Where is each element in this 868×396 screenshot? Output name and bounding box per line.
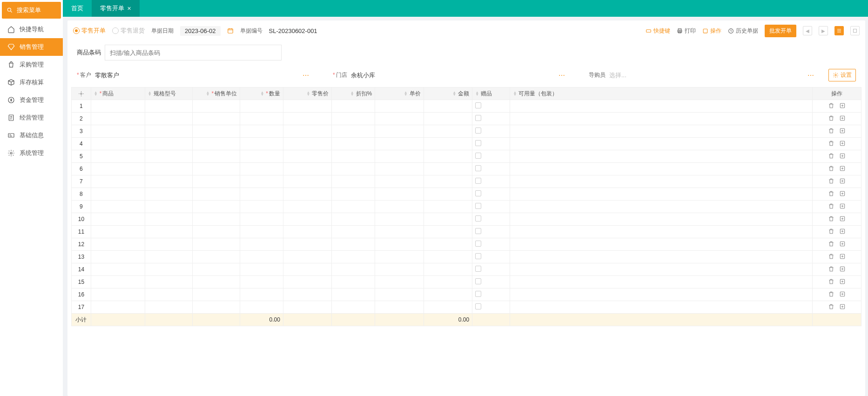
delete-icon[interactable] bbox=[828, 153, 834, 159]
add-icon[interactable] bbox=[839, 203, 846, 209]
table-row[interactable]: 12 bbox=[72, 238, 861, 251]
gift-checkbox[interactable] bbox=[475, 165, 481, 171]
add-icon[interactable] bbox=[839, 190, 846, 197]
table-row[interactable]: 15 bbox=[72, 276, 861, 289]
delete-icon[interactable] bbox=[828, 140, 834, 147]
table-row[interactable]: 17 bbox=[72, 301, 861, 314]
col-gift[interactable]: ▲▼赠品 bbox=[472, 87, 510, 100]
date-value[interactable]: 2023-06-02 bbox=[180, 26, 221, 36]
gift-checkbox[interactable] bbox=[475, 266, 481, 272]
delete-icon[interactable] bbox=[828, 190, 834, 197]
gift-checkbox[interactable] bbox=[475, 291, 481, 297]
delete-icon[interactable] bbox=[828, 102, 834, 109]
table-row[interactable]: 8 bbox=[72, 188, 861, 201]
operate-button[interactable]: 操作 bbox=[702, 27, 721, 35]
gift-checkbox[interactable] bbox=[475, 278, 481, 284]
gift-checkbox[interactable] bbox=[475, 241, 481, 247]
table-row[interactable]: 13 bbox=[72, 251, 861, 263]
add-icon[interactable] bbox=[839, 278, 846, 285]
gift-checkbox[interactable] bbox=[475, 128, 481, 134]
sidebar-item-1[interactable]: 销售管理 bbox=[0, 38, 63, 56]
delete-icon[interactable] bbox=[828, 241, 834, 247]
close-icon[interactable]: ✕ bbox=[127, 6, 131, 12]
delete-icon[interactable] bbox=[828, 178, 834, 184]
add-icon[interactable] bbox=[839, 140, 846, 147]
col-spec[interactable]: ▲▼规格型号 bbox=[145, 87, 192, 100]
add-icon[interactable] bbox=[839, 228, 846, 235]
col-avail[interactable]: ▲▼可用量（包装） bbox=[510, 87, 813, 100]
add-icon[interactable] bbox=[839, 241, 846, 247]
nav-prev-button[interactable]: ◀ bbox=[803, 26, 812, 35]
table-row[interactable]: 6 bbox=[72, 163, 861, 175]
store-value[interactable]: 余杭小库 bbox=[351, 71, 444, 80]
col-discount[interactable]: ▲▼折扣% bbox=[332, 87, 375, 100]
gift-checkbox[interactable] bbox=[475, 140, 481, 146]
customer-picker-icon[interactable]: ⋯ bbox=[303, 72, 310, 79]
col-retail[interactable]: ▲▼零售价 bbox=[283, 87, 331, 100]
gift-checkbox[interactable] bbox=[475, 115, 481, 121]
table-row[interactable]: 9 bbox=[72, 201, 861, 213]
radio-retail-sale[interactable]: 零售开单 bbox=[73, 27, 106, 35]
delete-icon[interactable] bbox=[828, 203, 834, 209]
col-unit[interactable]: ▲▼*销售单位 bbox=[192, 87, 240, 100]
delete-icon[interactable] bbox=[828, 253, 834, 260]
gift-checkbox[interactable] bbox=[475, 215, 481, 221]
radio-retail-return[interactable]: 零售退货 bbox=[112, 27, 145, 35]
add-icon[interactable] bbox=[839, 291, 846, 297]
sidebar-item-5[interactable]: 经营管理 bbox=[0, 109, 63, 127]
delete-icon[interactable] bbox=[828, 115, 834, 121]
add-icon[interactable] bbox=[839, 102, 846, 109]
add-icon[interactable] bbox=[839, 165, 846, 172]
add-icon[interactable] bbox=[839, 266, 846, 272]
col-amount[interactable]: ▲▼金额 bbox=[424, 87, 472, 100]
bulk-order-button[interactable]: 批发开单 bbox=[765, 25, 796, 37]
table-row[interactable]: 11 bbox=[72, 226, 861, 238]
gift-checkbox[interactable] bbox=[475, 102, 481, 108]
table-row[interactable]: 3 bbox=[72, 125, 861, 138]
layout-alt-button[interactable] bbox=[850, 26, 860, 35]
col-price[interactable]: ▲▼单价 bbox=[375, 87, 424, 100]
delete-icon[interactable] bbox=[828, 215, 834, 222]
settings-button[interactable]: 设置 bbox=[828, 69, 856, 81]
gear-icon[interactable] bbox=[78, 91, 84, 97]
add-icon[interactable] bbox=[839, 253, 846, 260]
delete-icon[interactable] bbox=[828, 266, 834, 272]
customer-value[interactable]: 零散客户 bbox=[95, 71, 188, 80]
sidebar-item-0[interactable]: 快捷导航 bbox=[0, 20, 63, 38]
add-icon[interactable] bbox=[839, 303, 846, 310]
guide-value[interactable]: 选择... bbox=[609, 71, 702, 80]
add-icon[interactable] bbox=[839, 153, 846, 159]
delete-icon[interactable] bbox=[828, 303, 834, 310]
table-row[interactable]: 1 bbox=[72, 100, 861, 113]
barcode-input[interactable] bbox=[105, 45, 282, 60]
delete-icon[interactable] bbox=[828, 165, 834, 172]
gift-checkbox[interactable] bbox=[475, 253, 481, 259]
add-icon[interactable] bbox=[839, 128, 846, 134]
table-row[interactable]: 2 bbox=[72, 113, 861, 125]
sidebar-item-2[interactable]: 采购管理 bbox=[0, 56, 63, 74]
delete-icon[interactable] bbox=[828, 128, 834, 134]
add-icon[interactable] bbox=[839, 115, 846, 121]
calendar-icon[interactable] bbox=[227, 27, 234, 34]
table-row[interactable]: 4 bbox=[72, 138, 861, 150]
table-row[interactable]: 16 bbox=[72, 289, 861, 301]
search-menu-button[interactable]: 搜索菜单 bbox=[2, 2, 61, 19]
col-product[interactable]: ▲▼*商品 bbox=[91, 87, 145, 100]
add-icon[interactable] bbox=[839, 178, 846, 184]
layout-toggle-button[interactable] bbox=[834, 26, 844, 35]
gift-checkbox[interactable] bbox=[475, 190, 481, 196]
table-row[interactable]: 5 bbox=[72, 150, 861, 163]
sidebar-item-3[interactable]: 库存核算 bbox=[0, 74, 63, 91]
gift-checkbox[interactable] bbox=[475, 178, 481, 184]
table-row[interactable]: 14 bbox=[72, 263, 861, 276]
history-button[interactable]: 历史单据 bbox=[728, 27, 758, 35]
guide-picker-icon[interactable]: ⋯ bbox=[807, 72, 814, 79]
delete-icon[interactable] bbox=[828, 291, 834, 297]
tab-1[interactable]: 零售开单✕ bbox=[92, 0, 140, 17]
gift-checkbox[interactable] bbox=[475, 228, 481, 234]
sidebar-item-7[interactable]: 系统管理 bbox=[0, 144, 63, 162]
col-qty[interactable]: ▲▼*数量 bbox=[240, 87, 283, 100]
nav-next-button[interactable]: ▶ bbox=[819, 26, 828, 35]
store-picker-icon[interactable]: ⋯ bbox=[558, 72, 565, 79]
tab-0[interactable]: 首页 bbox=[63, 0, 92, 17]
